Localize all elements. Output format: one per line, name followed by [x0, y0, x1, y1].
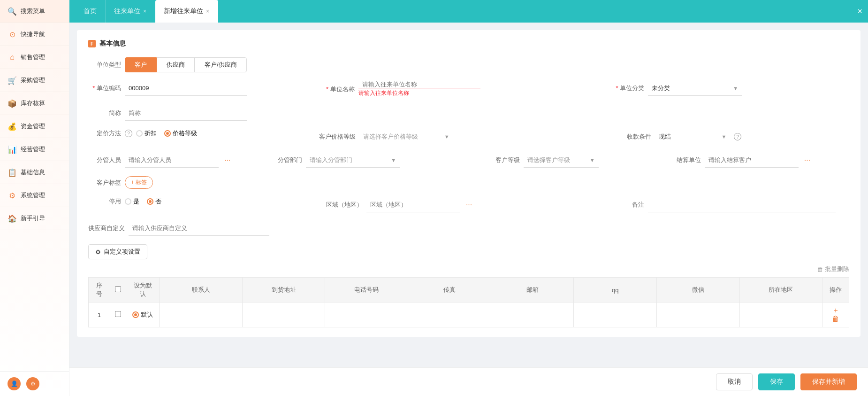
unit-name-input[interactable]	[358, 81, 480, 88]
settlement-more[interactable]: ···	[802, 156, 812, 164]
phone-input[interactable]	[330, 311, 403, 318]
unit-type-supplier[interactable]: 供应商	[157, 57, 195, 72]
manager-more[interactable]: ···	[222, 156, 232, 164]
cell-email[interactable]	[491, 303, 574, 327]
address-input[interactable]	[247, 311, 320, 318]
sidebar-item-inventory[interactable]: 📦 库存核算	[0, 92, 69, 115]
supplier-custom-input[interactable]	[129, 221, 269, 236]
tab-home[interactable]: 首页	[75, 0, 106, 23]
supplier-custom-label: 供应商自定义	[88, 224, 125, 233]
set-default-radio[interactable]: 默认	[131, 311, 154, 319]
add-tag-button[interactable]: + 标签	[125, 176, 153, 189]
customer-level-field: 客户等级 请选择客户等级 ▼	[487, 153, 668, 168]
short-name-input[interactable]	[125, 106, 247, 121]
cell-address[interactable]	[242, 303, 325, 327]
sidebar-item-quick-nav[interactable]: ⊙ 快捷导航	[0, 23, 69, 46]
disabled-yes[interactable]: 是	[125, 197, 139, 206]
list-icon: 📋	[8, 168, 17, 177]
unit-category-field: 单位分类 未分类 ▼	[611, 81, 849, 96]
search-icon: 🔍	[8, 7, 17, 16]
manager-input[interactable]	[125, 153, 219, 168]
sidebar-item-finance[interactable]: 💰 资金管理	[0, 115, 69, 138]
sidebar-item-guide[interactable]: 🏠 新手引导	[0, 207, 69, 230]
sidebar-item-system[interactable]: ⚙ 系统管理	[0, 184, 69, 207]
fax-input[interactable]	[413, 311, 486, 318]
sidebar-item-purchase[interactable]: 🛒 采购管理	[0, 69, 69, 92]
close-all-tabs[interactable]: ×	[857, 7, 862, 16]
unit-code-input[interactable]	[125, 81, 247, 96]
table-toolbar: 🗑 批量删除	[88, 265, 849, 273]
payment-terms-select[interactable]: 现结 ▼	[655, 129, 730, 144]
region-label: 区域（地区）	[326, 201, 363, 209]
save-and-new-button[interactable]: 保存并新增	[800, 373, 857, 390]
tab-new-partner-close[interactable]: ×	[206, 8, 209, 14]
sidebar-item-operations[interactable]: 📊 经营管理	[0, 138, 69, 161]
col-index: 序号	[89, 278, 110, 303]
customer-price-level-placeholder: 请选择客户价格等级	[363, 132, 418, 141]
department-select[interactable]: 请输入分管部门 ▼	[306, 153, 400, 168]
supplier-custom-row: 供应商自定义	[88, 221, 849, 236]
cell-region[interactable]	[739, 303, 822, 327]
cell-fax[interactable]	[408, 303, 491, 327]
region-more[interactable]: ···	[464, 201, 474, 209]
sidebar-item-label: 搜索菜单	[21, 7, 45, 16]
disabled-yes-label: 是	[133, 197, 139, 206]
disabled-no-label: 否	[155, 197, 161, 206]
pricing-level-radio	[164, 130, 171, 137]
settlement-field: 结算单位 ···	[668, 153, 849, 168]
row-checkbox[interactable]	[115, 311, 121, 317]
customer-price-level-select[interactable]: 请选择客户价格等级 ▼	[359, 129, 453, 144]
cancel-button[interactable]: 取消	[716, 373, 753, 390]
disabled-no[interactable]: 否	[147, 197, 161, 206]
batch-delete-label: 批量删除	[825, 265, 849, 273]
wechat-input[interactable]	[662, 311, 735, 318]
sidebar-bottom: 👤 ⚙	[0, 371, 69, 396]
cell-qq[interactable]	[574, 303, 657, 327]
cell-wechat[interactable]	[657, 303, 740, 327]
email-input[interactable]	[496, 311, 569, 318]
pricing-method-field: 定价方法 ? 折扣 价格等级	[88, 129, 319, 138]
qq-input[interactable]	[579, 311, 652, 318]
region-input[interactable]	[366, 197, 460, 212]
region-cell-input[interactable]	[745, 311, 818, 318]
user-avatar[interactable]: 👤	[8, 377, 21, 390]
cell-phone[interactable]	[325, 303, 408, 327]
delete-icon: 🗑	[817, 266, 823, 273]
tab-new-partner[interactable]: 新增往来单位 ×	[155, 0, 218, 23]
unit-type-customer[interactable]: 客户	[125, 57, 157, 72]
batch-delete-button[interactable]: 🗑 批量删除	[817, 265, 849, 273]
home-icon: ⌂	[8, 53, 17, 62]
sidebar-item-sales[interactable]: ⌂ 销售管理	[0, 46, 69, 69]
cell-contact[interactable]	[160, 303, 243, 327]
sidebar-item-basic-info[interactable]: 📋 基础信息	[0, 161, 69, 184]
pricing-level[interactable]: 价格等级	[164, 129, 197, 138]
pricing-help-icon[interactable]: ?	[125, 130, 132, 137]
unit-name-field: 单位名称 请输入往来单位名称	[326, 81, 611, 97]
unit-category-select[interactable]: 未分类 ▼	[648, 81, 742, 96]
unit-name-error: 请输入往来单位名称	[358, 89, 480, 97]
department-field: 分管部门 请输入分管部门 ▼	[269, 153, 487, 168]
delete-row-button[interactable]: 🗑	[831, 315, 840, 323]
tab-partners-close[interactable]: ×	[143, 8, 146, 14]
settlement-input[interactable]	[705, 153, 799, 168]
select-all-checkbox[interactable]	[115, 286, 121, 292]
remarks-field: 备注	[611, 197, 849, 212]
tab-partners[interactable]: 往来单位 ×	[106, 0, 155, 23]
form-card: F 基本信息 单位类型 客户 供应商 客户/供应商 单位编码	[77, 30, 860, 337]
save-button[interactable]: 保存	[758, 373, 795, 390]
contact-input[interactable]	[164, 311, 237, 318]
payment-terms-help[interactable]: ?	[734, 133, 741, 140]
unit-category-label: 单位分类	[611, 84, 644, 93]
customer-level-select[interactable]: 请选择客户等级 ▼	[524, 153, 599, 168]
unit-type-both[interactable]: 客户/供应商	[195, 57, 247, 72]
unit-type-group: 客户 供应商 客户/供应商	[125, 57, 247, 72]
quick-nav-icon: ⊙	[8, 30, 17, 39]
content-area: F 基本信息 单位类型 客户 供应商 客户/供应商 单位编码	[69, 23, 868, 367]
custom-settings-button[interactable]: ⚙ 自定义项设置	[88, 244, 147, 259]
settings-icon[interactable]: ⚙	[26, 377, 39, 390]
remarks-input[interactable]	[648, 197, 836, 212]
add-row-button[interactable]: +	[832, 306, 838, 315]
sidebar-item-search[interactable]: 🔍 搜索菜单	[0, 0, 69, 23]
table-row: 1 默认	[89, 303, 849, 327]
pricing-discount[interactable]: 折扣	[136, 129, 157, 138]
